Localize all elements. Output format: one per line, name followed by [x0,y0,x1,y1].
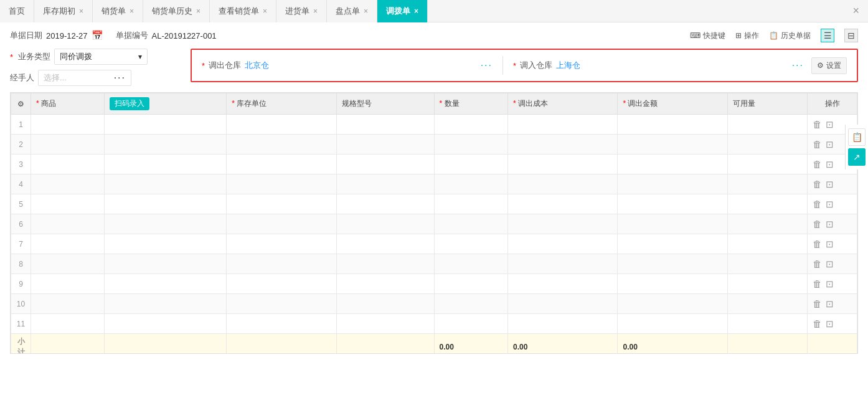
close-tab-sales-history[interactable]: × [196,7,200,16]
row-cost-1[interactable] [508,115,618,135]
row-product-1[interactable] [31,115,105,135]
row-amount-8[interactable] [618,254,727,274]
scan-button[interactable]: 扫码录入 [110,97,149,110]
handler-select[interactable]: 选择... ··· [38,70,131,86]
copy-icon-11[interactable]: ⊡ [826,318,834,330]
row-amount-2[interactable] [618,135,727,155]
row-qty-3[interactable] [434,155,507,174]
copy-icon-9[interactable]: ⊡ [826,278,834,290]
close-tab-purchase[interactable]: × [313,7,318,16]
row-amount-11[interactable] [618,314,727,334]
row-qty-4[interactable] [434,174,507,194]
delete-icon-10[interactable]: 🗑 [813,298,822,309]
copy-icon-7[interactable]: ⊡ [826,239,834,250]
row-qty-2[interactable] [434,135,507,155]
row-qty-8[interactable] [434,254,507,274]
row-cost-9[interactable] [508,274,618,294]
row-product-11[interactable] [31,314,105,334]
layout-grid-button[interactable]: ⊟ [844,29,858,42]
biz-type-select[interactable]: 同价调拨 ▾ [54,49,148,65]
row-qty-9[interactable] [434,274,507,294]
row-product-3[interactable] [31,155,105,174]
handler-more[interactable]: ··· [114,72,126,83]
row-cost-2[interactable] [508,135,618,155]
delete-icon-9[interactable]: 🗑 [813,278,822,289]
th-settings[interactable]: ⚙ [11,93,31,115]
row-qty-1[interactable] [434,115,507,135]
row-qty-5[interactable] [434,194,507,214]
row-qty-7[interactable] [434,234,507,254]
delete-icon-1[interactable]: 🗑 [813,119,822,130]
copy-icon-4[interactable]: ⊡ [826,179,834,190]
row-amount-9[interactable] [618,274,727,294]
tab-sales-order[interactable]: 销货单 × [93,0,143,22]
delete-icon-2[interactable]: 🗑 [813,139,822,150]
tab-transfer[interactable]: 调拨单 × [377,0,428,22]
sidebar-expand-icon[interactable]: ↗ [848,148,866,166]
delete-icon-5[interactable]: 🗑 [813,199,822,209]
close-tab-sales-order[interactable]: × [130,7,134,16]
sidebar-notes-icon[interactable]: 📋 [848,128,866,146]
row-cost-3[interactable] [508,155,618,174]
close-tab-inventory-init[interactable]: × [79,7,83,16]
row-cost-10[interactable] [508,294,618,314]
tab-stocktake[interactable]: 盘点单 × [327,0,377,22]
copy-icon-8[interactable]: ⊡ [826,259,834,270]
global-close-button[interactable]: × [844,4,868,17]
tab-sales-history[interactable]: 销货单历史 × [143,0,210,22]
copy-icon-10[interactable]: ⊡ [826,298,834,310]
shortcut-button[interactable]: ⌨ 快捷键 [690,31,725,41]
copy-icon-6[interactable]: ⊡ [826,219,834,230]
settings-button[interactable]: ⚙ 设置 [811,57,847,74]
calendar-icon[interactable]: 📅 [92,30,103,41]
history-button[interactable]: 📋 历史单据 [769,31,811,41]
delete-icon-6[interactable]: 🗑 [813,219,822,229]
row-qty-11[interactable] [434,314,507,334]
row-cost-4[interactable] [508,174,618,194]
copy-icon-1[interactable]: ⊡ [826,119,834,130]
delete-icon-7[interactable]: 🗑 [813,239,822,249]
row-amount-10[interactable] [618,294,727,314]
row-qty-10[interactable] [434,294,507,314]
row-product-8[interactable] [31,254,105,274]
row-cost-11[interactable] [508,314,618,334]
layout-list-button[interactable]: ☰ [821,29,834,42]
tab-view-sales[interactable]: 查看销货单 × [210,0,276,22]
row-amount-4[interactable] [618,174,727,194]
row-cost-8[interactable] [508,254,618,274]
row-cost-7[interactable] [508,234,618,254]
tab-inventory-init[interactable]: 库存期初 × [34,0,93,22]
row-product-9[interactable] [31,274,105,294]
close-tab-stocktake[interactable]: × [364,7,368,16]
row-product-2[interactable] [31,135,105,155]
copy-icon-2[interactable]: ⊡ [826,139,834,150]
row-cost-6[interactable] [508,214,618,234]
row-product-6[interactable] [31,214,105,234]
delete-icon-11[interactable]: 🗑 [813,318,822,329]
row-amount-6[interactable] [618,214,727,234]
row-product-5[interactable] [31,194,105,214]
row-product-10[interactable] [31,294,105,314]
delete-icon-3[interactable]: 🗑 [813,159,822,169]
delete-icon-8[interactable]: 🗑 [813,259,822,269]
tab-home[interactable]: 首页 [0,0,34,22]
row-amount-7[interactable] [618,234,727,254]
date-field: 单据日期 2019-12-27 📅 [10,30,103,41]
close-tab-transfer[interactable]: × [414,7,418,16]
in-warehouse-more[interactable]: ··· [792,60,804,71]
delete-icon-4[interactable]: 🗑 [813,179,822,189]
row-amount-3[interactable] [618,155,727,174]
copy-icon-3[interactable]: ⊡ [826,159,834,170]
ops-button[interactable]: ⊞ 操作 [735,31,759,41]
tab-purchase[interactable]: 进货单 × [276,0,327,22]
row-qty-6[interactable] [434,214,507,234]
out-warehouse-more[interactable]: ··· [481,60,493,71]
row-amount-1[interactable] [618,115,727,135]
copy-icon-5[interactable]: ⊡ [826,199,834,210]
row-cost-5[interactable] [508,194,618,214]
row-amount-5[interactable] [618,194,727,214]
biz-type-required: * [10,52,13,62]
row-product-4[interactable] [31,174,105,194]
close-tab-view-sales[interactable]: × [263,7,267,16]
row-product-7[interactable] [31,234,105,254]
